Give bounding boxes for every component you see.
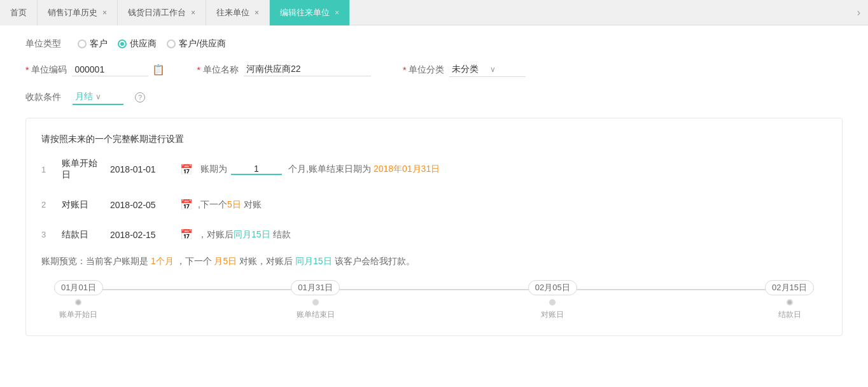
tab-counterparty[interactable]: 往来单位 × [206,0,270,25]
unit-info-row: * 单位编码 📋 * 单位名称 * 单位分类 未分类 ∨ [25,62,843,77]
node-label-3: 结款日 [778,309,801,320]
date-value-1: 2018-01-01 [110,164,174,174]
timeline-node-3: 02月15日 结款日 [765,280,814,320]
preview-highlight1: 1个月 [151,256,174,266]
cal-icon-1[interactable]: 📅 [180,164,193,176]
prefix-3: ，对账后 [198,229,234,241]
tab-edit-counterparty[interactable]: 编辑往来单位 × [270,0,350,25]
radio-supplier[interactable]: 供应商 [118,38,157,50]
main-content: 单位类型 客户 供应商 客户/供应商 * 单位编码 📋 * 单位名称 [0,25,868,387]
prefix-2: ,下一个 [198,199,227,211]
payment-condition-label: 收款条件 [25,92,61,103]
cal-icon-2[interactable]: 📅 [180,199,193,211]
date-value-3: 2018-02-15 [110,230,174,240]
date-value-2: 2018-02-05 [110,200,174,210]
period-row-2: 2 对账日 2018-02-05 📅 ,下一个 5日 对账 [41,199,827,211]
payment-condition-value: 月结 [75,91,93,102]
required-star-category: * [403,65,406,75]
tab-more-button[interactable]: › [850,7,868,18]
node-badge-1: 01月31日 [291,280,340,295]
timeline-node-2: 02月05日 对账日 [528,280,577,320]
timeline-nodes: 01月01日 账单开始日 01月31日 账单结束日 02月05日 [54,280,814,320]
node-badge-0: 01月01日 [54,280,103,295]
tab-home[interactable]: 首页 [0,0,38,25]
period-row-3: 3 结款日 2018-02-15 📅 ，对账后 同月15日 结款 [41,229,827,241]
row-type-1: 账单开始日 [62,158,100,181]
unit-category-item: * 单位分类 未分类 ∨ [403,62,526,77]
preview-section: 账期预览：当前客户账期是 1个月 ，下一个 月5日 对账，对账后 同月15日 该… [41,246,827,267]
payment-condition-select[interactable]: 月结 ∨ [73,90,123,105]
node-circle-1 [312,299,319,306]
unit-category-label: 单位分类 [409,64,444,76]
radio-label-supplier: 供应商 [130,38,157,50]
row-num-3: 3 [41,230,54,239]
radio-label-customer: 客户 [90,38,108,50]
close-tab-cash-ledger[interactable]: × [191,8,195,17]
radio-circle-customer-supplier [167,39,176,48]
node-label-1: 账单结束日 [297,309,335,320]
unit-name-label: 单位名称 [203,64,239,76]
preview-highlight2: 月5日 [214,256,237,266]
timeline-section: 01月01日 账单开始日 01月31日 账单结束日 02月05日 [41,280,827,320]
tab-sales-history[interactable]: 销售订单历史 × [38,0,118,25]
close-tab-edit-counterparty[interactable]: × [335,8,339,17]
preview-suffix: 该客户会给我打款。 [335,256,415,266]
highlight-3: 同月15日 [234,229,270,241]
highlight-2: 5日 [227,199,241,211]
unit-type-radio-group: 客户 供应商 客户/供应商 [78,38,226,50]
cal-icon-3[interactable]: 📅 [180,229,193,241]
timeline-node-1: 01月31日 账单结束日 [291,280,340,320]
unit-category-select[interactable]: 未分类 ∨ [449,62,526,77]
row-num-2: 2 [41,200,54,209]
card-title: 请按照未来的一个完整帐期进行设置 [41,134,827,145]
preview-middle1: ，下一个 [176,256,212,266]
timeline-node-0: 01月01日 账单开始日 [54,280,103,320]
highlight-1: 2018年01月31日 [374,164,440,175]
preview-highlight3: 同月15日 [295,256,332,266]
radio-label-customer-supplier: 客户/供应商 [179,38,226,50]
node-circle-2 [549,299,556,306]
unit-name-item: * 单位名称 [197,63,370,76]
radio-customer[interactable]: 客户 [78,38,108,50]
node-badge-2: 02月05日 [528,280,577,295]
help-icon[interactable]: ? [135,92,145,102]
close-tab-sales-history[interactable]: × [102,8,107,17]
radio-circle-supplier [118,39,127,48]
node-circle-0 [75,299,81,306]
unit-code-input[interactable] [72,63,148,76]
payment-condition-row: 收款条件 月结 ∨ ? [25,90,843,105]
period-row-1: 1 账单开始日 2018-01-01 📅 账期为 个月,账单结束日期为 2018… [41,158,827,181]
preview-middle2: 对账，对账后 [239,256,293,266]
suffix2-2: 对账 [244,199,262,211]
node-circle-3 [787,299,793,306]
unit-code-item: * 单位编码 📋 [25,63,165,76]
unit-category-value: 未分类 [452,64,485,75]
row-type-2: 对账日 [62,199,100,211]
unit-type-row: 单位类型 客户 供应商 客户/供应商 [25,38,843,50]
payment-condition-arrow: ∨ [95,92,101,101]
unit-category-arrow: ∨ [490,65,523,74]
unit-type-label: 单位类型 [25,38,61,50]
suffix-1: 账期为 [200,164,227,175]
required-star-name: * [197,65,200,75]
suffix2-1: 个月,账单结束日期为 [288,164,371,175]
radio-circle-customer [78,39,87,48]
tab-bar: 首页 销售订单历史 × 钱货日清工作台 × 往来单位 × 编辑往来单位 × › [0,0,868,25]
period-months-input[interactable] [231,164,282,175]
row-type-3: 结款日 [62,229,100,241]
node-badge-3: 02月15日 [765,280,814,295]
radio-customer-supplier[interactable]: 客户/供应商 [167,38,226,50]
period-card: 请按照未来的一个完整帐期进行设置 1 账单开始日 2018-01-01 📅 账期… [25,118,843,336]
unit-name-input[interactable] [244,63,371,76]
unit-code-label: 单位编码 [31,64,67,76]
close-tab-counterparty[interactable]: × [255,8,259,17]
node-label-0: 账单开始日 [59,309,97,320]
preview-prefix: 账期预览：当前客户账期是 [41,256,148,266]
node-label-2: 对账日 [541,309,564,320]
row-num-1: 1 [41,165,54,174]
unit-code-icon[interactable]: 📋 [152,64,165,76]
tab-cash-ledger[interactable]: 钱货日清工作台 × [118,0,206,25]
required-star-code: * [25,65,29,75]
suffix2-3: 结款 [273,229,291,241]
